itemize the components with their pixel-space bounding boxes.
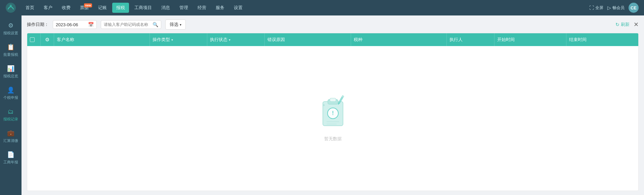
sidebar-icon-annual-report: 📄 xyxy=(7,151,15,159)
sidebar-label-batch-tax: 批量报税 xyxy=(3,52,18,57)
sidebar-icon-tax-overview: 📊 xyxy=(7,65,15,73)
sidebar: ⚙报税设置📋批量报税📊报税总览👤个税申报🗂报税记录💼汇算清缴📄工商年报 xyxy=(0,15,22,195)
th-executor: 执行人 xyxy=(447,33,495,46)
sidebar-icon-personal-tax: 👤 xyxy=(7,86,15,94)
th-end_time: 结束时间 xyxy=(566,33,638,46)
sidebar-label-tax-records: 报税记录 xyxy=(3,117,18,122)
svg-rect-4 xyxy=(330,98,336,102)
th-client_name: 客户名称 xyxy=(54,33,150,46)
svg-point-1 xyxy=(10,5,12,7)
th-label-tax_type: 税种 xyxy=(354,37,362,43)
refresh-icon: ↻ xyxy=(615,22,619,27)
th-label-error_reason: 错误原因 xyxy=(267,37,285,43)
sidebar-icon-batch-tax: 📋 xyxy=(7,43,15,51)
sidebar-label-settlement: 汇算清缴 xyxy=(3,138,18,143)
fullscreen-icon: ⛶ xyxy=(589,5,594,10)
nav-item-operation[interactable]: 经营 xyxy=(194,3,210,13)
chevron-down-icon: ▾ xyxy=(180,23,181,27)
th-tax_type: 税种 xyxy=(351,33,447,46)
sort-icon-exec_status[interactable]: ▾ xyxy=(229,38,230,42)
refresh-button[interactable]: ↻ 刷新 xyxy=(615,22,630,28)
th-label-start_time: 开始时间 xyxy=(497,37,515,43)
sidebar-icon-tax-settings: ⚙ xyxy=(7,22,15,30)
sidebar-label-tax-settings: 报税设置 xyxy=(3,31,18,36)
date-label: 操作日期： xyxy=(27,22,49,28)
th-label-op_type: 操作类型 xyxy=(153,37,170,43)
sidebar-item-tax-overview[interactable]: 📊报税总览 xyxy=(0,61,22,82)
vip-icon: ▷ xyxy=(607,5,611,10)
nav-item-invoice[interactable]: 票据new xyxy=(76,3,93,13)
sidebar-item-batch-tax[interactable]: 📋批量报税 xyxy=(0,40,22,61)
top-nav: 首页客户收费票据new记账报税工商项目消息管理经营服务设置 ⛶ 全屏 ▷ 畅会员… xyxy=(0,0,644,15)
svg-point-0 xyxy=(6,3,16,13)
checkbox-input[interactable] xyxy=(30,37,35,42)
sidebar-label-annual-report: 工商年报 xyxy=(3,160,18,165)
empty-text: 暂无数据 xyxy=(324,136,342,142)
nav-item-message[interactable]: 消息 xyxy=(157,3,174,13)
sidebar-label-tax-overview: 报税总览 xyxy=(3,74,18,79)
nav-item-tax[interactable]: 报税 xyxy=(112,3,129,13)
nav-item-customer[interactable]: 客户 xyxy=(40,3,56,13)
svg-text:!: ! xyxy=(332,110,334,116)
date-input[interactable] xyxy=(56,22,86,27)
sidebar-item-personal-tax[interactable]: 👤个税申报 xyxy=(0,83,22,104)
vip-label: 畅会员 xyxy=(612,5,625,11)
sidebar-label-personal-tax: 个税申报 xyxy=(3,95,18,100)
th-start_time: 开始时间 xyxy=(495,33,566,46)
filter-label: 筛选 xyxy=(170,22,178,28)
date-picker[interactable]: 📅 xyxy=(53,20,97,29)
table-body: ! ✦ 暂无数据 xyxy=(27,46,638,191)
th-label-exec_status: 执行状态 xyxy=(210,37,227,43)
th-settings: ⚙ xyxy=(41,33,54,46)
search-box[interactable]: 🔍 xyxy=(101,20,161,29)
toolbar: 操作日期： 📅 🔍 筛选 ▾ ↻ 刷新 ✕ xyxy=(27,20,639,30)
nav-item-accounting[interactable]: 记账 xyxy=(94,3,111,13)
nav-item-fee[interactable]: 收费 xyxy=(58,3,75,13)
sidebar-icon-tax-records: 🗂 xyxy=(7,108,15,116)
sidebar-item-settlement[interactable]: 💼汇算清缴 xyxy=(0,126,22,147)
refresh-label: 刷新 xyxy=(621,22,630,28)
sidebar-item-annual-report[interactable]: 📄工商年报 xyxy=(0,147,22,168)
search-input[interactable] xyxy=(104,22,151,27)
filter-button[interactable]: 筛选 ▾ xyxy=(165,20,186,30)
toolbar-right: ↻ 刷新 ✕ xyxy=(615,22,639,28)
nav-right: ⛶ 全屏 ▷ 畅会员 CE xyxy=(589,3,639,13)
sidebar-item-tax-records[interactable]: 🗂报税记录 xyxy=(0,104,22,125)
nav-item-biz[interactable]: 工商项目 xyxy=(130,3,156,13)
sidebar-item-tax-settings[interactable]: ⚙报税设置 xyxy=(0,18,22,39)
nav-item-home[interactable]: 首页 xyxy=(22,3,38,13)
th-label-end_time: 结束时间 xyxy=(569,37,587,43)
th-exec_status[interactable]: 执行状态▾ xyxy=(207,33,265,46)
avatar[interactable]: CE xyxy=(629,3,639,13)
nav-item-settings[interactable]: 设置 xyxy=(230,3,247,13)
settings-icon[interactable]: ⚙ xyxy=(45,37,49,43)
content-area: 操作日期： 📅 🔍 筛选 ▾ ↻ 刷新 ✕ ⚙客 xyxy=(22,15,644,195)
th-label-executor: 执行人 xyxy=(449,37,463,43)
search-icon: 🔍 xyxy=(153,22,158,27)
calendar-icon: 📅 xyxy=(88,22,94,27)
empty-illustration: ! ✦ xyxy=(316,95,350,132)
nav-items: 首页客户收费票据new记账报税工商项目消息管理经营服务设置 xyxy=(22,3,589,13)
header-checkbox[interactable] xyxy=(30,37,35,42)
th-label-client_name: 客户名称 xyxy=(57,37,74,43)
svg-text:✦: ✦ xyxy=(322,103,326,108)
table: ⚙客户名称操作类型▾执行状态▾错误原因税种执行人开始时间结束时间 ! xyxy=(27,33,639,191)
sort-icon-op_type[interactable]: ▾ xyxy=(171,38,173,42)
th-error_reason: 错误原因 xyxy=(265,33,351,46)
nav-item-manage[interactable]: 管理 xyxy=(175,3,192,13)
fullscreen-label: 全屏 xyxy=(595,5,603,11)
app-logo[interactable] xyxy=(5,2,16,13)
nav-item-service[interactable]: 服务 xyxy=(212,3,228,13)
nav-badge-new: new xyxy=(84,3,92,7)
fullscreen-btn[interactable]: ⛶ 全屏 xyxy=(589,5,603,11)
sidebar-icon-settlement: 💼 xyxy=(7,129,15,137)
vip-btn[interactable]: ▷ 畅会员 xyxy=(607,5,625,11)
empty-state: ! ✦ 暂无数据 xyxy=(316,95,350,142)
th-checkbox xyxy=(27,33,41,46)
th-op_type[interactable]: 操作类型▾ xyxy=(150,33,207,46)
close-button[interactable]: ✕ xyxy=(634,22,639,28)
table-header: ⚙客户名称操作类型▾执行状态▾错误原因税种执行人开始时间结束时间 xyxy=(27,33,638,46)
main-layout: ⚙报税设置📋批量报税📊报税总览👤个税申报🗂报税记录💼汇算清缴📄工商年报 操作日期… xyxy=(0,15,644,195)
